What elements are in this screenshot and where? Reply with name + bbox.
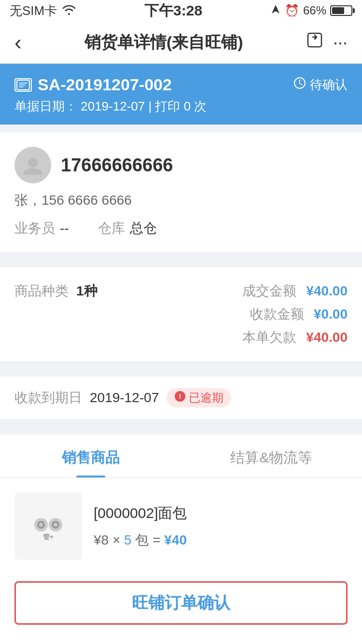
wifi-icon (62, 3, 76, 18)
summary-left: 商品种类 1种 (14, 282, 97, 300)
overdue-badge: ! 已逾期 (167, 388, 231, 407)
product-type-row: 商品种类 1种 (14, 282, 97, 300)
status-bar-time: 下午3:28 (144, 1, 202, 21)
product-section: 管+ [0000002]面包 ¥8 × 5 包 = ¥40 (0, 478, 362, 574)
receipt-value: ¥0.00 (314, 307, 348, 322)
debt-label: 本单欠款 (242, 328, 296, 347)
battery-percent: 66% (303, 4, 326, 17)
order-id-row: SA-20191207-002 待确认 (14, 75, 348, 94)
product-type-value: 1种 (76, 282, 97, 300)
order-id: SA-20191207-002 (14, 75, 172, 94)
overdue-icon: ! (174, 391, 186, 405)
clock-icon (293, 77, 306, 93)
nav-actions: ··· (306, 31, 348, 53)
share-button[interactable] (306, 31, 323, 53)
status-bar: 无SIM卡 下午3:28 ⏰ 66% (0, 0, 362, 21)
product-thumbnail: 管+ (14, 492, 82, 560)
alarm-icon: ⏰ (285, 4, 299, 17)
nav-bar: ‹ 销货单详情(来自旺铺) ··· (0, 21, 362, 64)
status-bar-right: ⏰ 66% (270, 4, 352, 17)
warehouse-item: 仓库 总仓 (98, 219, 157, 238)
customer-meta: 业务员 -- 仓库 总仓 (14, 219, 348, 238)
bottom-bar: 旺铺订单确认 (0, 572, 362, 644)
separator-1 (0, 125, 362, 132)
due-date: 2019-12-07 (90, 390, 159, 406)
summary-section: 商品种类 1种 成交金额 ¥40.00 收款金额 ¥0.00 本单欠款 ¥40.… (0, 267, 362, 361)
tab-products[interactable]: 销售商品 (0, 434, 181, 477)
svg-point-11 (54, 523, 57, 527)
customer-row: 17666666666 (14, 147, 348, 183)
tabs-section: 销售商品 结算&物流等 (0, 434, 362, 478)
debt-value: ¥40.00 (306, 330, 348, 345)
separator-4 (0, 427, 362, 434)
confirm-button[interactable]: 旺铺订单确认 (14, 581, 348, 625)
order-status: 待确认 (293, 76, 348, 93)
more-button[interactable]: ··· (333, 32, 348, 53)
transaction-value: ¥40.00 (306, 283, 348, 299)
back-button[interactable]: ‹ (14, 30, 22, 55)
receipt-row: 收款金额 ¥0.00 (250, 305, 348, 323)
status-bar-left: 无SIM卡 (10, 2, 76, 19)
product-qty: 5 (124, 532, 132, 547)
svg-text:管+: 管+ (43, 533, 54, 541)
customer-section: 17666666666 张，156 6666 6666 业务员 -- 仓库 总仓 (0, 132, 362, 252)
svg-point-3 (28, 158, 38, 168)
product-name: [0000002]面包 (94, 504, 348, 523)
order-header: SA-20191207-002 待确认 单据日期： 2019-12-07 | 打… (0, 64, 362, 125)
transaction-row: 成交金额 ¥40.00 (242, 282, 348, 300)
overdue-text: 已逾期 (189, 390, 223, 406)
product-info: [0000002]面包 ¥8 × 5 包 = ¥40 (94, 504, 348, 549)
receipt-label: 收款金额 (250, 305, 304, 323)
product-price: ¥8 × 5 包 = ¥40 (94, 531, 348, 549)
product-type-label: 商品种类 (14, 282, 69, 300)
location-icon (270, 4, 281, 17)
battery-icon (330, 5, 352, 16)
customer-phone: 17666666666 (61, 155, 173, 176)
tab-settlement[interactable]: 结算&物流等 (181, 434, 362, 477)
order-icon (14, 78, 32, 92)
warehouse-label: 仓库 (98, 219, 125, 238)
page-title: 销货单详情(来自旺铺) (84, 31, 243, 54)
salesperson-item: 业务员 -- (14, 219, 69, 238)
avatar (14, 147, 51, 183)
separator-2 (0, 260, 362, 267)
carrier-text: 无SIM卡 (10, 2, 57, 19)
salesperson-value: -- (60, 221, 69, 236)
salesperson-label: 业务员 (14, 219, 55, 238)
transaction-label: 成交金额 (242, 282, 296, 300)
summary-right: 成交金额 ¥40.00 收款金额 ¥0.00 本单欠款 ¥40.00 (242, 282, 348, 347)
debt-row: 本单欠款 ¥40.00 (242, 328, 348, 347)
due-label: 收款到期日 (14, 389, 82, 407)
customer-name: 张，156 6666 6666 (14, 191, 348, 210)
warehouse-value: 总仓 (130, 219, 157, 238)
product-total: ¥40 (164, 532, 187, 547)
tabs-row: 销售商品 结算&物流等 (0, 434, 362, 478)
due-section: 收款到期日 2019-12-07 ! 已逾期 (0, 377, 362, 419)
svg-point-10 (39, 523, 43, 527)
status-text: 待确认 (310, 76, 348, 93)
product-row: 管+ [0000002]面包 ¥8 × 5 包 = ¥40 (14, 492, 348, 560)
svg-text:!: ! (179, 392, 181, 400)
separator-3 (0, 369, 362, 377)
order-date: 单据日期： 2019-12-07 | 打印 0 次 (14, 98, 348, 115)
